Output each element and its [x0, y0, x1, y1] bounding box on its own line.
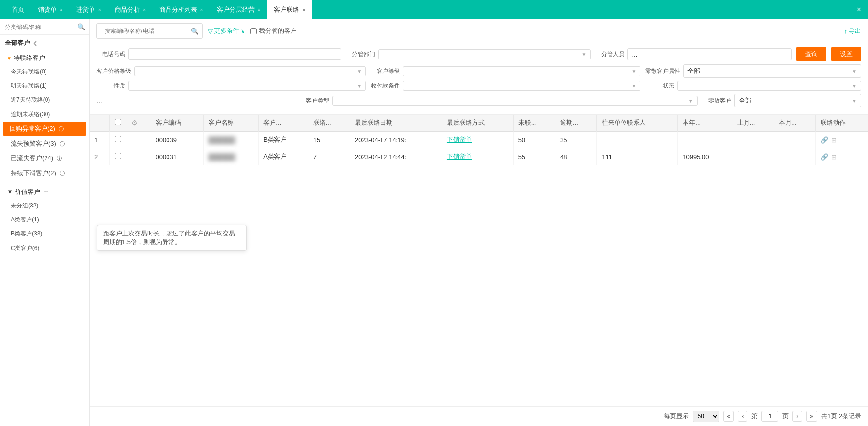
price-level-field: 客户价格等级 ▼	[96, 66, 366, 76]
search-box-container: 🔍	[96, 23, 203, 39]
all-customers-title[interactable]: 全部客户 ❮	[0, 35, 89, 51]
nature-label: 性质	[96, 82, 125, 90]
sidebar-item-tomorrow-pending[interactable]: 明天待联络(1)	[0, 79, 89, 93]
per-page-select[interactable]: 50 20 100	[693, 411, 719, 422]
sidebar-search-icon[interactable]: 🔍	[77, 23, 85, 30]
my-customers-input[interactable]	[250, 28, 257, 34]
row1-action-link-icon[interactable]: 🔗	[821, 136, 828, 144]
sidebar-item-a-class[interactable]: A类客户(1)	[0, 213, 89, 227]
row2-action-grid-icon[interactable]: ⊞	[831, 153, 837, 161]
row1-last-contact-date: 2023-04-17 14:19:	[350, 132, 442, 148]
retail-attr-label: 零散客户属性	[645, 67, 680, 75]
nav-purchase-order[interactable]: 进货单 ×	[69, 0, 107, 19]
row2-this-year: 10995.00	[678, 148, 732, 165]
row2-action-link-icon[interactable]: 🔗	[821, 153, 828, 161]
sidebar-item-repurchase-anomaly[interactable]: 回购异常客户(2) ⓘ	[3, 122, 86, 136]
row2-contacts: 111	[597, 148, 678, 165]
row2-contact-way-link[interactable]: 下销货单	[447, 153, 472, 160]
nav-product-analysis-list[interactable]: 商品分析列表 ×	[152, 0, 210, 19]
close-customer-contact-icon[interactable]: ×	[302, 7, 305, 13]
col-unread: 未联...	[513, 115, 555, 132]
dept-field: 分管部门 ▼	[346, 49, 591, 59]
more-conditions-button[interactable]: ▽ 更多条件 ∨	[208, 27, 245, 35]
per-page-label: 每页显示	[664, 412, 689, 421]
close-product-analysis-list-icon[interactable]: ×	[200, 7, 203, 13]
next-page-button[interactable]: ›	[792, 411, 802, 422]
sidebar-item-c-class[interactable]: C类客户(6)	[0, 241, 89, 255]
close-product-analysis-icon[interactable]: ×	[143, 7, 146, 13]
prev-page-button[interactable]: ‹	[738, 411, 747, 422]
sidebar-item-7days-pending[interactable]: 近7天待联络(0)	[0, 93, 89, 107]
expand-pending-icon: ▼	[7, 56, 12, 61]
row1-contacts	[597, 132, 678, 148]
my-customers-checkbox[interactable]: 我分管的客户	[250, 27, 297, 35]
row1-contact: 15	[308, 132, 350, 148]
nav-customer-contact[interactable]: 客户联络 ×	[267, 0, 312, 19]
collapse-sidebar-icon[interactable]: ❮	[33, 40, 37, 46]
retail-attr-caret-icon: ▼	[852, 69, 857, 74]
sidebar-search-input[interactable]	[5, 24, 77, 30]
nav-product-analysis[interactable]: 商品分析 ×	[108, 0, 152, 19]
row1-checkbox[interactable]	[115, 136, 121, 142]
retail-customer-select[interactable]: 全部 ▼	[734, 94, 861, 107]
dept-label: 分管部门	[346, 50, 375, 59]
sidebar-item-ungrouped[interactable]: 未分组(32)	[0, 199, 89, 213]
pending-contact-group[interactable]: ▼ 待联络客户	[0, 51, 89, 65]
sidebar-item-b-class[interactable]: B类客户(33)	[0, 227, 89, 241]
last-page-button[interactable]: »	[806, 411, 817, 422]
sidebar-item-churned[interactable]: 已流失客户(24) ⓘ	[0, 151, 89, 166]
nav-sales-order[interactable]: 销货单 ×	[31, 0, 69, 19]
nature-select[interactable]: ▼	[128, 81, 366, 91]
select-all-checkbox[interactable]	[115, 119, 121, 125]
phone-input[interactable]	[128, 48, 341, 60]
row1-contact-way-link[interactable]: 下销货单	[447, 136, 472, 143]
sidebar-item-today-pending[interactable]: 今天待联络(0)	[0, 65, 89, 79]
nav-home[interactable]: 首页	[5, 0, 31, 19]
col-gear[interactable]: ⚙	[126, 115, 151, 132]
more-filters-dots[interactable]: ...	[96, 96, 103, 105]
sidebar-item-overdue-contact[interactable]: 逾期未联络(30)	[0, 107, 89, 121]
export-button[interactable]: ↑ 导出	[844, 27, 862, 35]
nav-customer-segments[interactable]: 客户分层经营 ×	[210, 0, 267, 19]
sidebar-item-declining[interactable]: 持续下滑客户(2) ⓘ	[0, 166, 89, 181]
page-label: 第	[751, 412, 758, 421]
close-customer-segments-icon[interactable]: ×	[258, 7, 260, 13]
table-row: 1 000039 ██████ B类客户 15 2023-04-17 14:19…	[90, 132, 868, 148]
price-level-select[interactable]: ▼	[134, 66, 366, 76]
first-page-button[interactable]: «	[723, 411, 734, 422]
customer-level-caret-icon: ▼	[631, 69, 636, 74]
value-customer-group[interactable]: ▼ 价值客户 ✏	[0, 185, 89, 199]
page-number-input[interactable]	[761, 411, 778, 422]
anomaly-tooltip: 距客户上次交易时长，超过了此客户的平均交易周期的1.5倍，则视为异常。	[97, 225, 247, 251]
retail-customer-label: 零散客户	[702, 97, 731, 105]
pagination-bar: 每页显示 50 20 100 « ‹ 第 页 › » 共1页 2条记录	[90, 406, 868, 426]
sidebar: 🔍 全部客户 ❮ ▼ 待联络客户 今天待联络(0) 明天待联络(1) 近7天待联…	[0, 19, 90, 426]
customer-type-select[interactable]: ▼	[332, 96, 698, 106]
total-page-label: 页	[782, 412, 789, 421]
customer-level-select[interactable]: ▼	[403, 66, 640, 76]
row2-code: 000031	[151, 148, 203, 165]
manager-select[interactable]: ...	[627, 48, 792, 60]
row1-action-grid-icon[interactable]: ⊞	[831, 136, 837, 144]
row2-checkbox[interactable]	[115, 153, 121, 159]
row1-last-month	[732, 132, 774, 148]
row2-this-month	[774, 148, 815, 165]
col-checkbox	[109, 115, 126, 132]
dept-select[interactable]: ▼	[378, 49, 591, 59]
settings-button[interactable]: 设置	[831, 47, 861, 61]
close-purchase-order-icon[interactable]: ×	[98, 7, 101, 13]
search-bar-icon[interactable]: 🔍	[191, 28, 198, 35]
search-input[interactable]	[101, 26, 191, 36]
retail-attr-select[interactable]: 全部 ▼	[683, 64, 861, 78]
customer-level-label: 客户等级	[371, 67, 400, 75]
row1-checkbox-cell	[109, 132, 126, 148]
manager-label: 分管人员	[595, 50, 624, 59]
sidebar-search-box[interactable]: 🔍	[0, 19, 89, 35]
payment-select[interactable]: ▼	[403, 81, 640, 91]
row1-gear	[126, 132, 151, 148]
close-all-tabs-button[interactable]: ×	[857, 5, 861, 14]
status-select[interactable]: ▼	[677, 81, 861, 91]
query-button[interactable]: 查询	[796, 47, 826, 61]
sidebar-item-churn-warning[interactable]: 流失预警客户(3) ⓘ	[0, 136, 89, 151]
close-sales-order-icon[interactable]: ×	[60, 7, 62, 13]
